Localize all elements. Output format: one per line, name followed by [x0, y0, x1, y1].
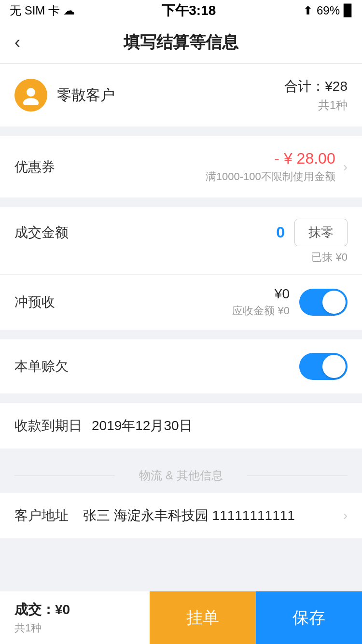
page-title: 填写结算等信息 [124, 31, 238, 54]
deal-value: 0 [276, 224, 285, 241]
duedate-value: 2019年12月30日 [92, 417, 193, 435]
precollect-amounts: ¥0 应收金额 ¥0 [232, 286, 290, 318]
coupon-description: 满1000-100不限制使用金额 [206, 169, 335, 184]
coupon-value: - ¥ 28.00 满1000-100不限制使用金额 [206, 150, 335, 184]
status-time: 下午3:18 [162, 1, 216, 20]
round-button[interactable]: 抹零 [294, 219, 348, 246]
toggle-knob [322, 291, 346, 314]
avatar [14, 79, 47, 112]
pre-collection-row: 冲预收 ¥0 应收金额 ¥0 [0, 274, 362, 330]
debt-toggle[interactable] [299, 353, 348, 380]
deal-label: 成交金额 [14, 224, 69, 242]
deal-row-main: 成交金额 0 抹零 [14, 219, 348, 250]
customer-name: 零散客户 [57, 85, 115, 105]
hang-button[interactable]: 挂单 [150, 591, 256, 644]
bottom-deal-text: 成交：¥0 [14, 601, 135, 619]
bottom-deal-value: ¥0 [55, 602, 70, 617]
coupon-section[interactable]: 优惠券 - ¥ 28.00 满1000-100不限制使用金额 › [0, 136, 362, 197]
svg-point-0 [27, 88, 35, 97]
status-left: 无 SIM 卡 ☁ [10, 3, 75, 18]
address-label: 客户地址 [14, 506, 69, 525]
battery-text: 69% [317, 4, 340, 17]
duedate-section: 收款到期日 2019年12月30日 [0, 403, 362, 448]
deal-section: 成交金额 0 抹零 已抹 ¥0 冲预收 ¥0 应收金额 ¥0 [0, 207, 362, 330]
divider-label: 物流 & 其他信息 [139, 468, 223, 483]
deal-amount-row: 成交金额 0 抹零 已抹 ¥0 [0, 207, 362, 274]
status-right: ⬆ 69% ▉ [303, 4, 352, 17]
precollect-toggle[interactable] [299, 289, 348, 316]
coupon-discount: - ¥ 28.00 [206, 150, 335, 168]
debt-toggle-knob [322, 355, 346, 378]
total-amount: 合计：¥28 [284, 77, 348, 96]
bottom-bar: 成交：¥0 共1种 挂单 保存 [0, 591, 362, 644]
debt-section: 本单赊欠 [0, 339, 362, 393]
bottom-deal-label: 成交： [14, 602, 55, 617]
address-chevron-icon: › [343, 508, 348, 523]
deal-right: 0 抹零 [276, 219, 348, 246]
precollect-sub: 应收金额 ¥0 [232, 304, 290, 318]
address-section[interactable]: 客户地址 张三 海淀永丰科技园 11111111111 › [0, 493, 362, 538]
divider-section: 物流 & 其他信息 [0, 458, 362, 493]
battery-icon: ⬆ [303, 4, 313, 17]
battery-bar: ▉ [344, 4, 352, 17]
precollect-value: ¥0 [232, 286, 290, 302]
duedate-label: 收款到期日 [14, 417, 82, 435]
customer-section: 零散客户 合计：¥28 共1种 [0, 64, 362, 126]
already-rounded-text: 已抹 ¥0 [14, 250, 348, 274]
customer-row: 零散客户 合计：¥28 共1种 [0, 64, 362, 126]
precollect-label: 冲预收 [14, 293, 55, 311]
divider-line-left [14, 476, 115, 476]
precollect-right: ¥0 应收金额 ¥0 [232, 286, 348, 318]
address-value: 张三 海淀永丰科技园 11111111111 [83, 506, 343, 525]
svg-point-1 [23, 98, 39, 105]
address-right: › [343, 508, 348, 523]
save-button[interactable]: 保存 [256, 591, 362, 644]
coupon-row[interactable]: 优惠券 - ¥ 28.00 满1000-100不限制使用金额 › [0, 136, 362, 197]
divider-text: 物流 & 其他信息 [0, 468, 362, 483]
nav-bar: ‹ 填写结算等信息 [0, 21, 362, 64]
no-sim-text: 无 SIM 卡 ☁ [10, 3, 75, 18]
coupon-label: 优惠券 [14, 158, 55, 176]
customer-info: 零散客户 [14, 79, 115, 112]
debt-label: 本单赊欠 [14, 357, 69, 376]
bottom-info: 成交：¥0 共1种 [0, 601, 150, 635]
precollect-row-inner: 冲预收 ¥0 应收金额 ¥0 [14, 286, 348, 318]
chevron-right-icon: › [343, 159, 348, 175]
coupon-right: - ¥ 28.00 满1000-100不限制使用金额 › [206, 150, 348, 184]
back-button[interactable]: ‹ [14, 32, 20, 53]
divider-line-right [247, 476, 348, 476]
status-bar: 无 SIM 卡 ☁ 下午3:18 ⬆ 69% ▉ [0, 0, 362, 21]
bottom-count: 共1种 [14, 621, 135, 635]
customer-totals: 合计：¥28 共1种 [284, 77, 348, 113]
total-count: 共1种 [284, 98, 348, 113]
